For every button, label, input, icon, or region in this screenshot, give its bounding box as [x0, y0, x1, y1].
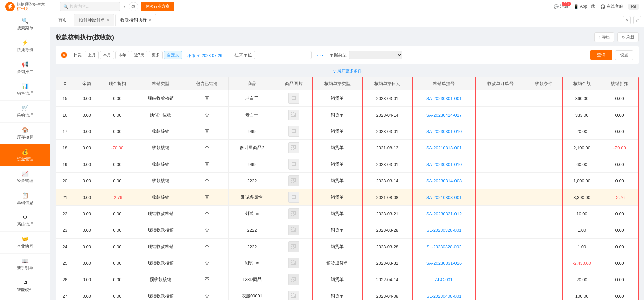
- cell-doc-no[interactable]: SA-20230301-010: [412, 123, 475, 140]
- online-service-button[interactable]: 🎧 在线客服: [600, 4, 623, 9]
- cell-product-img[interactable]: 🖼: [275, 189, 313, 206]
- sidebar-item-enterprise[interactable]: 🤝 企业协同: [0, 232, 50, 254]
- doc-no-link[interactable]: SA-20230301-010: [426, 129, 462, 134]
- cell-product-img[interactable]: 🖼: [275, 156, 313, 173]
- settings-button[interactable]: ⚙: [129, 2, 138, 11]
- cell-product-img[interactable]: 🖼: [275, 239, 313, 255]
- cell-product-img[interactable]: 🖼: [275, 90, 313, 107]
- cell-doc-no[interactable]: SL-20230328-001: [412, 222, 475, 239]
- purchase-icon: 🛒: [22, 105, 29, 111]
- partner-input[interactable]: [254, 51, 312, 59]
- expand-toggle[interactable]: »: [61, 52, 67, 58]
- cell-product-img[interactable]: 🖼: [275, 173, 313, 189]
- user-avatar[interactable]: Rit: [628, 4, 639, 10]
- doc-no-link[interactable]: SA-20230414-017: [426, 113, 462, 118]
- tab-verify-close[interactable]: ×: [149, 18, 151, 22]
- more-dates-btn[interactable]: 更多: [149, 51, 163, 59]
- cell-doc-no[interactable]: SA-20230414-017: [412, 107, 475, 123]
- table-row: 15 0.00 0.00 现结收款核销 否 老白干 🖼 销货单 2023-03-…: [56, 90, 638, 107]
- doc-no-link[interactable]: SA-20210813-001: [426, 145, 462, 151]
- doc-no-link[interactable]: ABC-001: [435, 277, 453, 282]
- app-download-button[interactable]: 📱 App下载: [574, 4, 595, 9]
- sidebar-item-basic-info[interactable]: 📋 基础信息: [0, 188, 50, 210]
- cell-doc-type: 销货单: [313, 222, 363, 239]
- cell-included: 否: [185, 189, 229, 206]
- cell-id: 23: [56, 222, 74, 239]
- th-settings[interactable]: ⚙: [56, 77, 74, 90]
- cell-doc-no[interactable]: ABC-001: [412, 271, 475, 288]
- custom-date-btn[interactable]: 自定义: [164, 51, 182, 59]
- sidebar-item-sales[interactable]: 📊 销售管理: [0, 79, 50, 101]
- doc-no-link[interactable]: SA-20230301-010: [426, 162, 462, 167]
- sidebar-item-marketing[interactable]: 📢 营销推广: [0, 57, 50, 79]
- doc-no-link[interactable]: SL-20230408-001: [426, 294, 461, 299]
- sidebar-item-hardware[interactable]: 🖥 智能硬件: [0, 275, 50, 297]
- cell-doc-no[interactable]: SA-20230301-010: [412, 156, 475, 173]
- cell-balance: 0.00: [74, 140, 99, 156]
- this-month-btn[interactable]: 本月: [100, 51, 114, 59]
- doc-no-link[interactable]: SL-20230328-002: [426, 244, 461, 249]
- cell-discount: 0.00: [601, 90, 638, 107]
- cell-product-img[interactable]: 🖼: [275, 271, 313, 288]
- table-row: 18 0.00 -70.00 收款核销 否 多计量商品2 🖼 销货单 2021-…: [56, 140, 638, 156]
- cell-product: 123D商品: [228, 271, 275, 288]
- cell-product-img[interactable]: 🖼: [275, 288, 313, 300]
- sidebar-item-operations[interactable]: 📈 经营管理: [0, 166, 50, 188]
- export-button[interactable]: ↑ 导出: [594, 32, 614, 42]
- trial-button[interactable]: 体验行业方案: [141, 2, 174, 11]
- cell-doc-no[interactable]: SA-20210808-001: [412, 189, 475, 206]
- sidebar-item-purchase[interactable]: 🛒 采购管理: [0, 101, 50, 123]
- cell-product-img[interactable]: 🖼: [275, 206, 313, 222]
- cell-doc-no[interactable]: SA-20210813-001: [412, 140, 475, 156]
- maximize-window-button[interactable]: ⤢: [633, 16, 641, 24]
- tab-prepay-close[interactable]: ×: [107, 18, 109, 22]
- message-button[interactable]: 💬 消息 99+: [554, 4, 568, 9]
- doc-no-link[interactable]: SA-20210808-001: [426, 195, 462, 200]
- last-7-days-btn[interactable]: 近7天: [131, 51, 147, 59]
- tab-prepay[interactable]: 预付冲应付单 ×: [74, 14, 114, 26]
- tab-home[interactable]: 首页: [53, 14, 72, 26]
- cell-product-img[interactable]: 🖼: [275, 107, 313, 123]
- marketing-icon: 📢: [22, 61, 29, 68]
- cell-doc-no[interactable]: SA-20230301-001: [412, 90, 475, 107]
- sidebar-item-wechat[interactable]: 💬 企业微信: [0, 297, 50, 300]
- sidebar-item-quick-nav[interactable]: ⚡ 快捷导航: [0, 35, 50, 57]
- query-button[interactable]: 查询: [590, 50, 612, 60]
- voucher-type-filter: 单据类型: [329, 51, 402, 59]
- cell-product-img[interactable]: 🖼: [275, 140, 313, 156]
- cell-product-img[interactable]: 🖼: [275, 222, 313, 239]
- refresh-button[interactable]: ↺ 刷新: [617, 32, 639, 42]
- search-box[interactable]: 🔍 搜索内容...: [60, 2, 120, 11]
- this-year-btn[interactable]: 本年: [115, 51, 129, 59]
- sidebar-item-search[interactable]: 🔍 搜索菜单: [0, 13, 50, 35]
- doc-no-link[interactable]: SL-20230328-001: [426, 228, 461, 233]
- doc-no-link[interactable]: SA-20230331-026: [426, 261, 462, 266]
- sidebar-item-inventory[interactable]: 🏠 库存核算: [0, 123, 50, 144]
- cell-doc-no[interactable]: SA-20230331-026: [412, 255, 475, 271]
- doc-no-link[interactable]: SA-20230314-008: [426, 178, 462, 183]
- setting-button[interactable]: 设置: [615, 50, 633, 60]
- tab-verify[interactable]: 收款核销执行 ×: [115, 14, 156, 26]
- cell-doc-no[interactable]: SL-20230408-001: [412, 288, 475, 300]
- close-window-button[interactable]: ✕: [623, 16, 631, 24]
- dropdown-arrow[interactable]: ▼: [123, 5, 126, 8]
- sidebar-item-system[interactable]: ⚙ 系统管理: [0, 210, 50, 232]
- doc-no-link[interactable]: SA-20230301-001: [426, 96, 462, 101]
- th-balance: 余额: [74, 77, 99, 90]
- cell-product-img[interactable]: 🖼: [275, 255, 313, 271]
- cell-product-img[interactable]: 🖼: [275, 123, 313, 140]
- expand-more-btn[interactable]: ∨ 展开更多条件: [333, 68, 362, 74]
- sidebar-item-finance[interactable]: 💰 资金管理: [0, 144, 50, 166]
- table-row: 22 0.00 0.00 现结收款核销 否 测试jun 🖼 销货单 2023-0…: [56, 206, 638, 222]
- cell-doc-no[interactable]: SA-20230321-012: [412, 206, 475, 222]
- last-month-btn[interactable]: 上月: [85, 51, 99, 59]
- more-filter-button[interactable]: ···: [317, 52, 324, 59]
- cell-doc-no[interactable]: SA-20230314-008: [412, 173, 475, 189]
- cell-verify-type: 收款核销: [136, 123, 185, 140]
- sidebar-item-guide[interactable]: 📖 新手引导: [0, 254, 50, 275]
- cell-order-no: [476, 90, 525, 107]
- cell-doc-no[interactable]: SL-20230328-002: [412, 239, 475, 255]
- voucher-type-select[interactable]: [349, 51, 402, 59]
- th-amount: 核销金额: [562, 77, 601, 90]
- doc-no-link[interactable]: SA-20230321-012: [426, 211, 462, 216]
